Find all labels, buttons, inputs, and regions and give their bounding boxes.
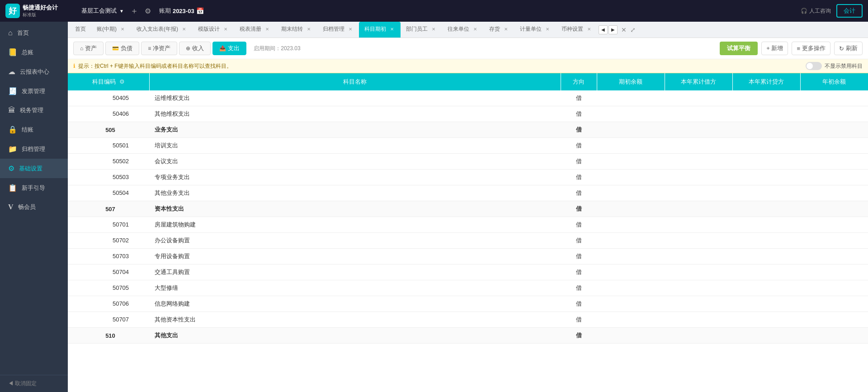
project-selector[interactable]: 基层工会测试 ▼ [81,7,124,15]
tab-close-tax-form[interactable]: ✕ [264,26,270,32]
tab-close-unit[interactable]: ✕ [544,26,551,32]
refresh-button[interactable]: ↻ 刷新 [834,42,863,55]
sidebar-item-close[interactable]: 🔒 结账 [0,120,68,139]
cell-name: 运维维权支出 [149,90,561,106]
sub-tab-expense[interactable]: 📤 支出 [212,42,246,55]
sidebar-item-ledger[interactable]: 📒 总账 [0,43,68,62]
table-wrapper[interactable]: 科目编码 ⚙ 科目名称 方向 期初余额 [68,73,868,392]
cell-code: 50704 [68,264,149,280]
tab-next-button[interactable]: ▶ [609,25,618,34]
tab-template[interactable]: 模版设计 ✕ [193,22,234,38]
cell-yearly-debit [665,328,732,344]
settings-icon[interactable]: ⚙ [145,7,151,15]
cell-yearly-debit [665,106,732,122]
table-row[interactable]: 505 业务支出 借 [68,122,868,138]
table-row[interactable]: 50707 其他资本性支出 借 [68,312,868,328]
tax-icon: 🏛 [8,106,15,114]
sidebar-item-home[interactable]: ⌂ 首页 [0,24,68,43]
tab-close-period-close[interactable]: ✕ [306,26,312,32]
table-row[interactable]: 50706 信息网络购建 借 [68,296,868,312]
calendar-icon[interactable]: 📅 [196,7,204,14]
sidebar-item-archive[interactable]: 📁 归档管理 [0,139,68,159]
support-button[interactable]: 🎧 人工咨询 [801,7,831,15]
table-row[interactable]: 50702 办公设备购置 借 [68,233,868,249]
cell-year-start-balance [800,106,868,122]
tab-close-subject-initial[interactable]: ✕ [389,26,395,32]
sidebar-item-member[interactable]: V 畅会员 [0,198,68,217]
tab-close-template[interactable]: ✕ [222,26,229,32]
expand-icon[interactable]: ⤢ [628,25,637,34]
table-row[interactable]: 50705 大型修缮 借 [68,280,868,296]
table-row[interactable]: 50405 运维维权支出 借 [68,90,868,106]
tab-close-interim[interactable]: ✕ [119,26,126,32]
tab-currency[interactable]: 币种设置 ✕ [556,22,598,38]
cell-code: 50705 [68,280,149,296]
archive-icon: 📁 [8,145,17,153]
cell-name: 交通工具购置 [149,264,561,280]
table-row[interactable]: 50701 房屋建筑物购建 借 [68,217,868,233]
tab-bar: 首页 账(中期) ✕ 收入支出表(年报) ✕ 模版设计 ✕ 税表清册 ✕ 期末结… [68,22,868,38]
toggle-disabled-subjects[interactable] [806,62,822,70]
tab-subject-initial[interactable]: 科目期初 ✕ [359,22,401,38]
equity-icon: ≡ [148,45,151,52]
col-code: 科目编码 ⚙ [68,73,149,90]
tab-period-close[interactable]: 期末结转 ✕ [276,22,317,38]
tab-inventory[interactable]: 存货 ✕ [484,22,514,38]
table-row[interactable]: 50503 专项业务支出 借 [68,170,868,185]
tab-home[interactable]: 首页 [70,22,91,38]
tab-income-annual[interactable]: 收入支出表(年报) ✕ [131,22,193,38]
sidebar-item-guide[interactable]: 📋 新手引导 [0,178,68,198]
add-button[interactable]: + 新增 [761,42,788,55]
cell-initial-balance [597,154,665,170]
cell-dir: 借 [561,201,597,217]
col-yearly-credit: 本年累计贷方 [732,73,800,90]
sub-tab-asset[interactable]: ⌂ 资产 [73,42,104,55]
calc-balance-button[interactable]: 试算平衡 [720,42,758,55]
cell-yearly-credit [732,185,800,201]
invoice-icon: 🧾 [8,87,17,95]
table-row[interactable]: 50703 专用设备购置 借 [68,249,868,264]
cell-name: 专用设备购置 [149,249,561,264]
table-row[interactable]: 510 其他支出 借 [68,328,868,344]
table-row[interactable]: 50704 交通工具购置 借 [68,264,868,280]
tab-archive[interactable]: 归档管理 ✕ [317,22,359,38]
sub-tab-equity[interactable]: ≡ 净资产 [141,42,177,55]
tab-close-currency[interactable]: ✕ [586,26,592,32]
table-row[interactable]: 507 资本性支出 借 [68,201,868,217]
sidebar-item-settings[interactable]: ⚙ 基础设置 [0,159,68,178]
sidebar-item-invoice[interactable]: 🧾 发票管理 [0,81,68,101]
cell-yearly-debit [665,138,732,154]
collapse-sidebar-button[interactable]: ◀ 取消固定 [0,375,68,392]
sidebar-item-cloud-report[interactable]: ☁ 云报表中心 [0,62,68,81]
table-row[interactable]: 50406 其他维权支出 借 [68,106,868,122]
tab-prev-button[interactable]: ◀ [599,25,608,34]
sidebar-item-tax[interactable]: 🏛 税务管理 [0,101,68,120]
tab-close-archive[interactable]: ✕ [347,26,354,32]
tab-close-dept-employee[interactable]: ✕ [430,26,437,32]
cell-name: 会议支出 [149,154,561,170]
tab-dept-employee[interactable]: 部门员工 ✕ [401,22,442,38]
add-project-button[interactable]: ＋ [128,5,140,16]
tab-close-income-annual[interactable]: ✕ [181,26,187,32]
tab-unit[interactable]: 计量单位 ✕ [514,22,556,38]
cell-code: 50502 [68,154,149,170]
col-settings-icon[interactable]: ⚙ [119,78,125,85]
cell-initial-balance [597,201,665,217]
table-row[interactable]: 50501 培训支出 借 [68,138,868,154]
tab-tax-form[interactable]: 税表清册 ✕ [234,22,276,38]
tab-interim[interactable]: 账(中期) ✕ [91,22,131,38]
table-row[interactable]: 50502 会议支出 借 [68,154,868,170]
table-row[interactable]: 50504 其他业务支出 借 [68,185,868,201]
cell-dir: 借 [561,249,597,264]
tab-close-inventory[interactable]: ✕ [503,26,509,32]
tab-close-counterpart[interactable]: ✕ [472,26,478,32]
tab-counterpart[interactable]: 往来单位 ✕ [442,22,484,38]
user-role-button[interactable]: 会计 [836,4,863,18]
cell-year-start-balance [800,233,868,249]
sub-tab-liability[interactable]: 💳 负债 [105,42,139,55]
period-label: 启用期间：2023.03 [254,45,300,52]
cell-name: 培训支出 [149,138,561,154]
more-button[interactable]: ≡ 更多操作 [792,42,830,55]
close-all-tabs-button[interactable]: ✕ [619,25,628,34]
sub-tab-income[interactable]: ⊕ 收入 [179,42,211,55]
